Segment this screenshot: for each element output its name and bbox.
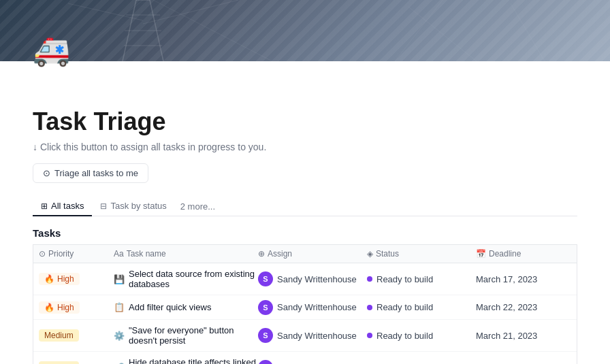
task-icon: 📋 bbox=[114, 302, 125, 312]
table-row[interactable]: 🔥High💾Select data source from existing d… bbox=[33, 263, 577, 295]
tab-task-by-status-label: Task by status bbox=[110, 201, 166, 211]
table-body: 🔥High💾Select data source from existing d… bbox=[33, 263, 577, 364]
page-content: Task Triage ↓ Click this button to assig… bbox=[0, 61, 610, 364]
assign-cell: SSandy Writtenhouse bbox=[258, 360, 367, 364]
task-name-cell: 🔗Hide database title affects linked data… bbox=[114, 352, 258, 364]
assign-col-icon: ⊕ bbox=[258, 249, 265, 259]
status-cell: Ready to build bbox=[367, 331, 476, 341]
status-dot bbox=[367, 276, 372, 282]
subtitle-text: Click this button to assign all tasks in… bbox=[40, 142, 266, 152]
svg-line-7 bbox=[143, 0, 238, 24]
priority-emoji: 🔥 bbox=[44, 303, 54, 312]
priority-cell: 🔥High bbox=[39, 301, 114, 314]
status-dot bbox=[367, 305, 372, 310]
status-cell: Ready to build bbox=[367, 302, 476, 312]
priority-badge: 🔥High bbox=[39, 301, 80, 314]
task-name-label: Hide database title affects linked datab… bbox=[129, 357, 258, 364]
col-status-header: ◈ Status bbox=[367, 249, 476, 259]
assignee-name: Sandy Writtenhouse bbox=[277, 331, 357, 341]
task-name-cell: ⚙️"Save for everyone" button doesn't per… bbox=[114, 320, 258, 351]
col-priority-header: ⊙ Priority bbox=[39, 249, 114, 259]
col-deadline-header: 📅 Deadline bbox=[476, 249, 571, 259]
priority-badge: Medium bbox=[39, 329, 79, 342]
status-cell: Ready to build bbox=[367, 274, 476, 284]
page-icon: 🚑 bbox=[33, 35, 74, 76]
triage-btn-icon: ⊙ bbox=[43, 168, 50, 178]
page-title: Task Triage bbox=[33, 107, 577, 136]
page-subtitle: ↓ Click this button to assign all tasks … bbox=[33, 142, 577, 152]
status-label: Ready to build bbox=[376, 302, 433, 312]
task-name-label: Add filter quick views bbox=[129, 302, 211, 312]
deadline-cell: March 17, 2023 bbox=[476, 274, 571, 284]
table-header: ⊙ Priority Aa Task name ⊕ Assign ◈ Statu… bbox=[33, 244, 577, 263]
priority-cell: Medium bbox=[39, 361, 114, 364]
assignee-name: Sandy Writtenhouse bbox=[277, 302, 357, 312]
svg-line-10 bbox=[408, 7, 477, 61]
subtitle-arrow: ↓ bbox=[33, 142, 37, 152]
task-name-cell: 💾Select data source from existing databa… bbox=[114, 263, 258, 295]
avatar: S bbox=[258, 300, 273, 315]
tab-status-icon: ⊟ bbox=[100, 201, 107, 211]
priority-label: High bbox=[57, 274, 74, 284]
avatar: S bbox=[258, 360, 273, 364]
assignee-name: Sandy Writtenhouse bbox=[277, 274, 357, 284]
hero-banner bbox=[0, 0, 610, 61]
task-icon: ⚙️ bbox=[114, 331, 125, 341]
status-dot bbox=[367, 333, 372, 338]
avatar: S bbox=[258, 271, 273, 286]
hero-decoration bbox=[0, 0, 610, 61]
table-row[interactable]: 🔥High📋Add filter quick viewsSSandy Writt… bbox=[33, 295, 577, 320]
status-label: Ready to build bbox=[376, 274, 433, 284]
status-label: Ready to build bbox=[376, 331, 433, 341]
tabs-bar: ⊞ All tasks ⊟ Task by status 2 more... bbox=[33, 197, 577, 216]
avatar: S bbox=[258, 328, 273, 343]
svg-line-11 bbox=[395, 0, 443, 61]
more-tabs-button[interactable]: 2 more... bbox=[175, 197, 221, 216]
svg-line-12 bbox=[511, 3, 545, 61]
tasks-section: Tasks ⊙ Priority Aa Task name ⊕ Assign ◈… bbox=[33, 227, 577, 364]
assign-cell: SSandy Writtenhouse bbox=[258, 271, 367, 286]
assign-cell: SSandy Writtenhouse bbox=[258, 328, 367, 343]
tab-all-tasks-icon: ⊞ bbox=[41, 201, 48, 211]
priority-cell: Medium bbox=[39, 329, 114, 342]
svg-line-9 bbox=[153, 0, 272, 61]
priority-label: Medium bbox=[44, 331, 74, 340]
task-icon: 💾 bbox=[114, 274, 125, 284]
tasks-heading: Tasks bbox=[33, 227, 577, 239]
priority-cell: 🔥High bbox=[39, 273, 114, 285]
priority-emoji: 🔥 bbox=[44, 274, 54, 284]
tab-all-tasks[interactable]: ⊞ All tasks bbox=[33, 197, 92, 216]
deadline-col-icon: 📅 bbox=[476, 249, 486, 259]
status-col-icon: ◈ bbox=[367, 249, 373, 259]
priority-label: High bbox=[57, 303, 74, 312]
triage-all-button[interactable]: ⊙ Triage all tasks to me bbox=[33, 163, 148, 183]
taskname-col-icon: Aa bbox=[114, 249, 124, 259]
task-name-label: "Save for everyone" button doesn't persi… bbox=[129, 325, 258, 346]
deadline-cell: March 21, 2023 bbox=[476, 331, 571, 341]
triage-btn-label: Triage all tasks to me bbox=[54, 168, 138, 178]
col-taskname-header: Aa Task name bbox=[114, 249, 258, 259]
priority-col-icon: ⊙ bbox=[39, 249, 46, 259]
task-name-cell: 📋Add filter quick views bbox=[114, 297, 258, 318]
priority-badge: Medium bbox=[39, 361, 79, 364]
col-assign-header: ⊕ Assign bbox=[258, 249, 367, 259]
tab-task-by-status[interactable]: ⊟ Task by status bbox=[92, 197, 174, 216]
task-name-label: Select data source from existing databas… bbox=[129, 269, 258, 289]
tab-all-tasks-label: All tasks bbox=[51, 201, 84, 211]
assign-cell: SSandy Writtenhouse bbox=[258, 300, 367, 315]
table-row[interactable]: Medium🔗Hide database title affects linke… bbox=[33, 352, 577, 364]
priority-badge: 🔥High bbox=[39, 273, 80, 285]
deadline-cell: March 22, 2023 bbox=[476, 302, 571, 312]
table-row[interactable]: Medium⚙️"Save for everyone" button doesn… bbox=[33, 320, 577, 352]
svg-line-6 bbox=[68, 3, 143, 20]
